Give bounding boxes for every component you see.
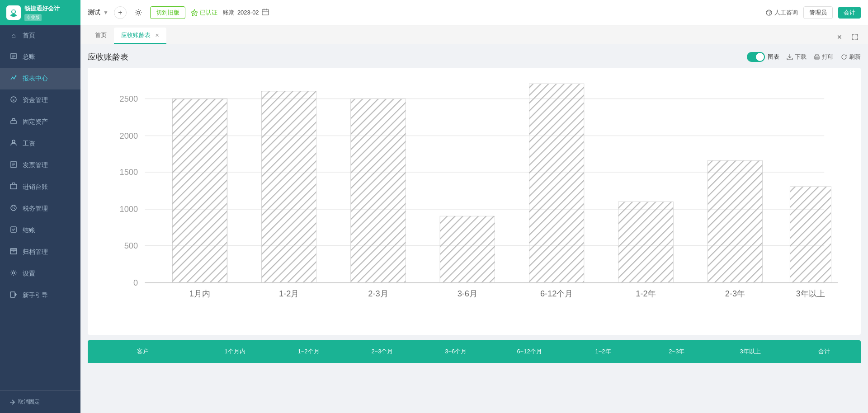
svg-text:3-6月: 3-6月 [458, 289, 477, 298]
accounting-period: 账期 2023-02 [223, 8, 269, 17]
svg-point-8 [14, 78, 15, 80]
bar-chart: 0 500 1000 1500 2000 2500 [97, 77, 852, 324]
switch-old-version-button[interactable]: 切到旧版 [150, 6, 185, 19]
svg-text:2000: 2000 [120, 131, 138, 141]
tab-close-icon[interactable]: ✕ [155, 33, 159, 38]
svg-rect-59 [708, 160, 762, 282]
svg-text:1000: 1000 [120, 205, 138, 214]
page-actions: 图表 下载 打印 [747, 52, 861, 62]
period-label: 账期 [223, 9, 235, 17]
period-value: 2023-02 [237, 9, 259, 16]
app-logo-icon [6, 5, 21, 20]
expand-panel-button[interactable] [849, 31, 861, 43]
chart-card: 0 500 1000 1500 2000 2500 [88, 68, 861, 335]
cert-status: 已认证 [191, 9, 217, 17]
consult-button[interactable]: 人工咨询 [765, 9, 798, 17]
svg-rect-18 [10, 184, 17, 189]
sidebar-item-funds[interactable]: ¥ 资金管理 [0, 89, 80, 111]
sidebar-item-reports[interactable]: 报表中心 [0, 68, 80, 89]
unpin-button[interactable]: 取消固定 [6, 395, 74, 408]
sidebar-item-closing[interactable]: 结账 [0, 220, 80, 241]
table-col-6-12month: 6~12个月 [493, 340, 566, 363]
add-company-button[interactable]: + [114, 6, 127, 19]
sidebar-item-ledger[interactable]: 总账 [0, 46, 80, 68]
company-settings-button[interactable] [132, 6, 145, 19]
role-button[interactable]: 会计 [838, 7, 861, 19]
sidebar-item-guide[interactable]: 新手引导 [0, 285, 80, 306]
svg-rect-57 [529, 84, 584, 282]
table-col-3year-plus: 3年以上 [713, 340, 787, 363]
table-col-2-3month: 2~3个月 [345, 340, 419, 363]
funds-icon: ¥ [9, 96, 18, 105]
calendar-icon[interactable] [262, 8, 269, 17]
tab-aging[interactable]: 应收账龄表 ✕ [114, 28, 166, 44]
logo-badge: 专业版 [24, 14, 42, 21]
table-col-customer: 客户 [88, 340, 198, 363]
svg-text:3年以上: 3年以上 [796, 289, 825, 298]
sidebar-item-home[interactable]: ⌂ 首页 [0, 25, 80, 46]
svg-point-13 [12, 140, 15, 143]
page-content: 应收账龄表 图表 下载 [80, 44, 868, 413]
svg-rect-53 [172, 99, 227, 283]
home-icon: ⌂ [9, 32, 18, 40]
print-button[interactable]: 打印 [814, 53, 834, 61]
sidebar-label-sales: 进销台账 [23, 183, 48, 191]
toggle-knob [756, 53, 764, 61]
svg-text:2500: 2500 [120, 94, 138, 103]
svg-rect-28 [10, 292, 15, 297]
tabbar: 首页 应收账龄表 ✕ ✕ [80, 25, 868, 44]
svg-rect-58 [618, 202, 673, 282]
svg-rect-25 [10, 249, 17, 250]
sidebar-item-tax[interactable]: 税务管理 [0, 198, 80, 220]
sidebar-label-settings: 设置 [23, 270, 35, 278]
sidebar-label-invoice: 发票管理 [23, 161, 48, 169]
sidebar-label-payroll: 工资 [23, 140, 35, 148]
sidebar-bottom: 取消固定 [0, 390, 80, 413]
svg-point-30 [137, 11, 140, 14]
table-header: 客户 1个月内 1~2个月 2~3个月 3~6个月 6~12个月 1~2年 2~… [88, 340, 861, 363]
close-panel-button[interactable]: ✕ [834, 31, 845, 43]
svg-text:1-2月: 1-2月 [279, 289, 299, 298]
svg-text:2-3年: 2-3年 [725, 289, 745, 298]
svg-rect-55 [351, 99, 406, 283]
project-name: 测试 [88, 9, 100, 17]
sidebar-label-funds: 资金管理 [23, 96, 48, 104]
page-header: 应收账龄表 图表 下载 [88, 52, 861, 62]
sidebar-item-invoice[interactable]: 发票管理 [0, 155, 80, 176]
sidebar-item-settings[interactable]: 设置 [0, 263, 80, 285]
svg-point-21 [12, 206, 13, 207]
sidebar-item-payroll[interactable]: 工资 [0, 133, 80, 155]
svg-text:1月内: 1月内 [189, 289, 210, 298]
table-col-3-6month: 3~6个月 [419, 340, 493, 363]
user-button[interactable]: 管理员 [803, 6, 833, 19]
ledger-icon [9, 52, 18, 61]
project-chevron-icon[interactable]: ▼ [103, 9, 108, 16]
sidebar-label-closing: 结账 [23, 226, 35, 235]
svg-point-27 [13, 272, 15, 274]
reports-icon [9, 74, 18, 83]
svg-rect-54 [261, 91, 316, 283]
table-col-1month: 1个月内 [198, 340, 272, 363]
toggle-label: 图表 [768, 53, 779, 61]
svg-text:6-12个月: 6-12个月 [540, 289, 573, 298]
refresh-button[interactable]: 刷新 [841, 53, 861, 61]
sidebar-item-sales[interactable]: 进销台账 [0, 176, 80, 198]
tab-home[interactable]: 首页 [88, 28, 114, 44]
svg-rect-12 [11, 121, 16, 124]
settings-icon [9, 269, 18, 278]
sidebar-label-archive: 归档管理 [23, 248, 48, 256]
chart-toggle[interactable] [747, 52, 765, 62]
svg-rect-60 [790, 187, 831, 283]
download-button[interactable]: 下载 [787, 53, 807, 61]
project-selector[interactable]: 测试 ▼ [88, 9, 108, 17]
sidebar-item-assets[interactable]: 固定资产 [0, 111, 80, 133]
main-area: 测试 ▼ + 切到旧版 已认证 账期 2023-02 [80, 0, 868, 413]
sidebar-logo-text: 畅捷通好会计 专业版 [24, 5, 60, 21]
assets-icon [9, 117, 18, 127]
sidebar-label-assets: 固定资产 [23, 118, 48, 126]
table-col-total: 合计 [787, 340, 861, 363]
sidebar-item-archive[interactable]: 归档管理 [0, 241, 80, 263]
svg-rect-31 [262, 9, 269, 15]
svg-point-7 [12, 77, 14, 78]
table-col-1-2month: 1~2个月 [272, 340, 345, 363]
